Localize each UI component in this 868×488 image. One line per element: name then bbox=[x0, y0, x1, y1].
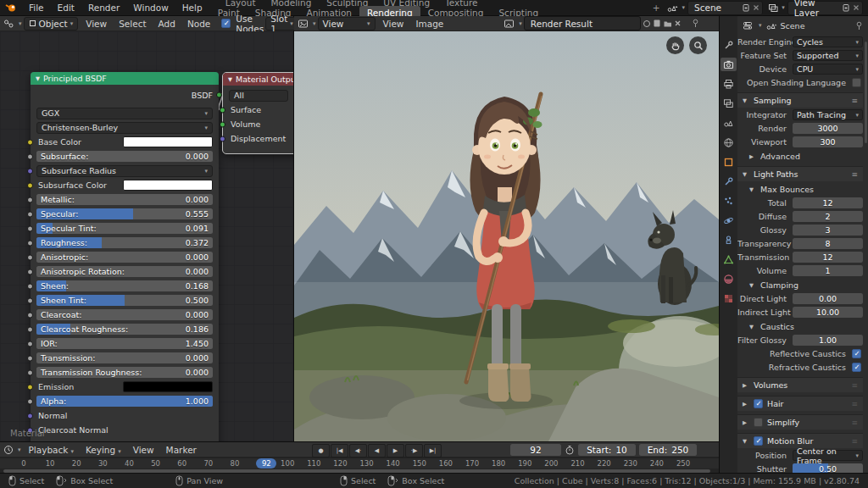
app-menu-edit[interactable]: Edit bbox=[51, 3, 81, 13]
jump-end-button[interactable]: ▶| bbox=[424, 444, 442, 458]
total-field[interactable]: 12 bbox=[793, 197, 863, 208]
specular-tint-slider[interactable]: Specular Tint:0.091 bbox=[36, 223, 213, 234]
app-menu-file[interactable]: File bbox=[22, 3, 51, 13]
node-canvas[interactable]: ▼ Principled BSDF BSDF GGX ▾ bbox=[0, 31, 293, 441]
refractive-caustics-checkbox[interactable] bbox=[852, 363, 861, 372]
timeline-menu-playback[interactable]: Playback▾ bbox=[23, 445, 80, 455]
base-color-input-socket[interactable] bbox=[27, 139, 33, 145]
position-dropdown[interactable]: Center on Frame▾ bbox=[793, 450, 863, 461]
play-button[interactable]: ▶ bbox=[387, 444, 404, 458]
panel-expand-icon[interactable]: ▶ bbox=[749, 153, 756, 160]
principled-bsdf-node[interactable]: ▼ Principled BSDF BSDF GGX ▾ bbox=[31, 72, 219, 441]
new-scene-icon[interactable] bbox=[743, 3, 750, 12]
device-dropdown[interactable]: CPU▾ bbox=[793, 64, 863, 75]
volume-input-socket[interactable] bbox=[220, 121, 225, 127]
sheen-tint-slider[interactable]: Sheen Tint:0.500 bbox=[36, 295, 213, 306]
roughness-slider[interactable]: Roughness:0.372 bbox=[36, 237, 213, 248]
transmission-input-socket[interactable] bbox=[27, 355, 33, 361]
displacement-input-socket[interactable] bbox=[220, 136, 225, 141]
play-reverse-button[interactable]: ◀ bbox=[368, 444, 386, 458]
blender-logo-icon[interactable] bbox=[0, 3, 22, 13]
sheen-input-socket[interactable] bbox=[27, 283, 33, 289]
properties-tab-object-data[interactable] bbox=[721, 252, 737, 266]
properties-scrollbar[interactable] bbox=[865, 42, 867, 143]
presets-menu-icon[interactable]: ≡ bbox=[851, 97, 858, 105]
pan-view-button[interactable] bbox=[666, 36, 684, 54]
current-frame-indicator[interactable]: 92 bbox=[256, 458, 276, 469]
ior-input-socket[interactable] bbox=[27, 341, 33, 347]
motion-blur-checkbox[interactable] bbox=[754, 436, 763, 446]
transparency-field[interactable]: 8 bbox=[793, 238, 863, 249]
panel-expand-icon[interactable]: ▼ bbox=[743, 438, 749, 445]
emission-input-socket[interactable] bbox=[27, 384, 33, 390]
clearcoat-roughness-input-socket[interactable] bbox=[27, 326, 33, 332]
transmission-field[interactable]: 12 bbox=[793, 252, 863, 263]
shader-menu-select[interactable]: Select bbox=[113, 19, 152, 29]
image-mode-dropdown[interactable]: View ▾ bbox=[318, 17, 376, 30]
properties-tab-particles[interactable] bbox=[721, 194, 737, 208]
timeline-menu-keying[interactable]: Keying▾ bbox=[80, 445, 127, 455]
panel-expand-icon[interactable]: ▼ bbox=[749, 282, 756, 289]
volume-field[interactable]: 1 bbox=[793, 265, 863, 276]
properties-tab-object[interactable] bbox=[721, 155, 737, 169]
open-image-icon[interactable] bbox=[663, 19, 672, 28]
properties-tab-tool[interactable] bbox=[721, 38, 737, 52]
image-datablock-icon[interactable] bbox=[504, 19, 515, 29]
frame-start-field[interactable]: Start: 10 bbox=[578, 444, 636, 456]
new-image-icon[interactable] bbox=[653, 19, 661, 28]
open-shading-language-checkbox[interactable] bbox=[852, 78, 861, 87]
properties-tab-output[interactable] bbox=[721, 77, 737, 91]
panel-expand-icon[interactable]: ▼ bbox=[743, 171, 749, 178]
subsurface-method-dropdown[interactable]: Christensen-Burley ▾ bbox=[36, 122, 213, 134]
subpanel-header-clamping[interactable]: ▼Clamping bbox=[737, 279, 863, 291]
panel-expand-icon[interactable]: ▼ bbox=[749, 324, 756, 330]
specular-tint-input-socket[interactable] bbox=[27, 225, 33, 231]
properties-tab-constraints[interactable] bbox=[721, 233, 737, 247]
shutter-slider[interactable]: 0.50 bbox=[793, 463, 863, 473]
current-frame-field[interactable]: 92 bbox=[510, 444, 561, 456]
principled-node-header[interactable]: ▼ Principled BSDF bbox=[31, 72, 219, 85]
subsurface-input-socket[interactable] bbox=[27, 153, 33, 159]
panel-expand-icon[interactable]: ▶ bbox=[743, 382, 749, 389]
sheen-tint-input-socket[interactable] bbox=[27, 297, 33, 303]
specular-slider[interactable]: Specular:0.555 bbox=[36, 208, 213, 219]
emission-color-swatch[interactable] bbox=[123, 381, 213, 392]
shader-menu-view[interactable]: View bbox=[80, 19, 113, 29]
panel-header-sampling[interactable]: ▼Sampling≡ bbox=[737, 92, 863, 108]
alpha-slider[interactable]: Alpha:1.000 bbox=[36, 396, 213, 407]
add-workspace-button[interactable]: + bbox=[647, 3, 666, 13]
browse-scene-icon[interactable] bbox=[665, 3, 679, 13]
shader-editor-type-icon[interactable] bbox=[3, 19, 14, 29]
delete-view-layer-icon[interactable] bbox=[853, 4, 860, 11]
subpanel-header-max-bounces[interactable]: ▼Max Bounces bbox=[737, 183, 863, 196]
next-keyframe-button[interactable]: ·▶ bbox=[405, 444, 423, 458]
anisotropic-rotation-slider[interactable]: Anisotropic Rotation:0.000 bbox=[36, 266, 213, 277]
properties-tab-modifiers[interactable] bbox=[721, 175, 737, 188]
pin-icon[interactable] bbox=[855, 21, 863, 30]
glossy-field[interactable]: 3 bbox=[793, 225, 863, 236]
properties-tab-material[interactable] bbox=[721, 272, 737, 286]
indirect-light-field[interactable]: 10.00 bbox=[793, 307, 863, 318]
subsurface-slider[interactable]: Subsurface:0.000 bbox=[36, 151, 213, 162]
transmission-roughness-slider[interactable]: Transmission Roughness:0.000 bbox=[36, 367, 213, 378]
unlink-image-icon[interactable] bbox=[674, 19, 682, 27]
base-color-color-swatch[interactable] bbox=[123, 136, 213, 147]
panel-expand-icon[interactable]: ▼ bbox=[743, 97, 749, 104]
clearcoat-slider[interactable]: Clearcoat:0.000 bbox=[36, 309, 213, 320]
use-nodes-checkbox[interactable] bbox=[221, 19, 231, 28]
reflective-caustics-checkbox[interactable] bbox=[852, 349, 861, 358]
subpanel-header-caustics[interactable]: ▼Caustics bbox=[737, 320, 863, 333]
transmission-slider[interactable]: Transmission:0.000 bbox=[36, 352, 213, 363]
filter-glossy-field[interactable]: 1.00 bbox=[793, 335, 863, 346]
zoom-view-button[interactable] bbox=[689, 36, 707, 54]
timeline-ruler[interactable]: 92 0102030405060708010011012013014015016… bbox=[0, 458, 719, 469]
metallic-slider[interactable]: Metallic:0.000 bbox=[36, 194, 213, 205]
subsurface-color-color-swatch[interactable] bbox=[123, 180, 213, 191]
output-target-dropdown[interactable]: All bbox=[229, 90, 288, 102]
shader-menu-add[interactable]: Add bbox=[153, 19, 181, 29]
subsurface-radius-dropdown[interactable]: Subsurface Radius▾ bbox=[36, 165, 213, 177]
collapse-arrow-icon[interactable]: ▼ bbox=[36, 75, 40, 82]
render-engine-dropdown[interactable]: Cycles▾ bbox=[793, 36, 863, 47]
anisotropic-input-socket[interactable] bbox=[27, 254, 33, 260]
ior-slider[interactable]: IOR:1.450 bbox=[36, 338, 213, 349]
